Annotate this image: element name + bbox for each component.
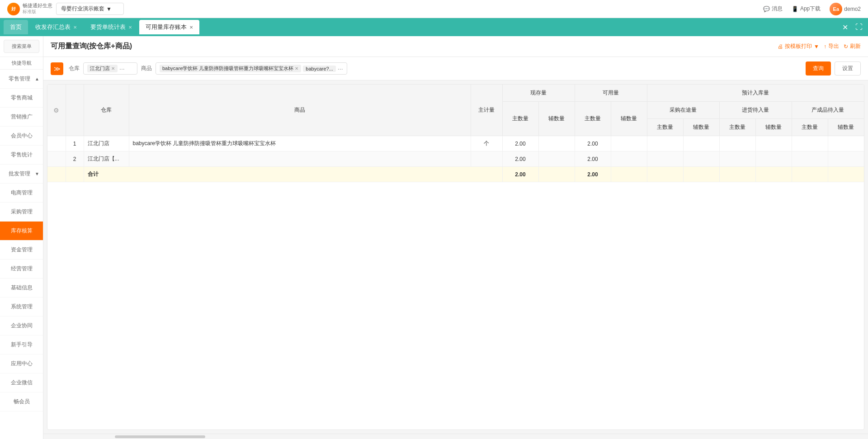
avatar: Ea [830,3,842,15]
th-unit: 主计量 [471,85,502,136]
warehouse-more-btn[interactable]: ··· [119,65,125,72]
sidebar-item-app-center[interactable]: 应用中心 [0,354,43,373]
product-more-btn[interactable]: ··· [338,65,343,72]
footer-pur-aux [683,167,719,182]
td-index-1: 1 [66,136,84,151]
sidebar-item-vip[interactable]: 畅会员 [0,392,43,411]
sidebar-item-purchase-label: 采购管理 [4,208,39,216]
tab-available-stock-close[interactable]: ✕ [189,25,193,30]
td-inb-main-1 [719,136,755,151]
print-arrow: ▼ [814,43,819,50]
message-btn[interactable]: 💬 消息 [763,5,783,13]
tab-order-stats-close[interactable]: ✕ [128,25,132,30]
th-settings: ⚙ [47,85,66,136]
sidebar-item-marketing[interactable]: 营销推广 [0,108,43,127]
td-inb-aux-2 [755,151,792,167]
horizontal-scroll-area [43,434,868,439]
search-btn[interactable]: 查询 [806,61,831,76]
sidebar-item-basic[interactable]: 基础信息 [0,279,43,297]
app-icon: 📱 [792,6,798,12]
sidebar-item-wechat-label: 企业微信 [4,379,39,387]
tab-home[interactable]: 首页 [4,20,28,34]
td-stock-main-1: 2.00 [502,136,538,151]
td-avail-main-1: 2.00 [575,136,611,151]
th-inbound-aux: 辅数量 [755,119,792,136]
horizontal-scrollbar[interactable] [115,435,205,438]
tab-collection-close[interactable]: ✕ [73,25,77,30]
product-filter-input[interactable]: babycare学饮杯 儿童防摔防撞吸管杯重力球吸嘴杯宝宝水杯 ✕ babyca… [156,62,347,75]
warehouse-tag-close[interactable]: ✕ [111,66,115,71]
export-btn[interactable]: ↑ 导出 [824,42,839,50]
th-purchase-aux: 辅数量 [683,119,719,136]
th-forecast-group: 预计入库量 [647,85,864,102]
sidebar-item-purchase[interactable]: 采购管理 [0,203,43,222]
table-settings-icon[interactable]: ⚙ [53,107,59,114]
td-avail-aux-2 [611,151,647,167]
message-icon: 💬 [763,6,770,12]
footer-index [66,167,84,182]
product-tag-1: babycare学饮杯 儿童防摔防撞吸管杯重力球吸嘴杯宝宝水杯 ✕ [160,65,301,72]
quick-nav-btn[interactable]: 快捷导航 [0,57,43,70]
sidebar-item-operations[interactable]: 经营管理 [0,260,43,279]
sidebar-item-operations-label: 经营管理 [4,265,39,273]
industry-select[interactable]: 母婴行业演示账套 ▼ [56,3,124,15]
sidebar-retail-arrow: ▲ [35,76,39,81]
sidebar-item-member[interactable]: 会员中心 [0,127,43,146]
footer-settings [47,167,66,182]
td-avail-aux-1 [611,136,647,151]
print-btn[interactable]: 🖨 按模板打印 ▼ [778,42,819,50]
th-available-main: 主数量 [575,102,611,136]
sidebar-item-marketing-label: 营销推广 [4,113,39,121]
top-bar-left: 好 畅捷通好生意 标准版 母婴行业演示账套 ▼ [7,3,124,15]
sidebar-item-inventory[interactable]: 库存核算 [0,222,43,241]
tab-order-stats[interactable]: 要货单统计表 ✕ [84,20,138,34]
sidebar-item-enterprise[interactable]: 企业协同 [0,316,43,335]
export-icon: ↑ [824,43,826,50]
logo-text-group: 畅捷通好生意 标准版 [23,3,52,15]
sidebar-item-ecommerce[interactable]: 电商管理 [0,184,43,203]
sidebar-item-retail-stats[interactable]: 零售统计 [0,146,43,165]
message-label: 消息 [772,5,783,13]
sidebar-item-guide[interactable]: 新手引导 [0,335,43,354]
product-tag-1-value: babycare学饮杯 儿童防摔防撞吸管杯重力球吸嘴杯宝宝水杯 [162,65,293,72]
td-pur-aux-2 [683,151,719,167]
sidebar-item-retail-shop[interactable]: 零售商城 [0,89,43,108]
expand-btn[interactable]: ⛶ [854,21,864,33]
sidebar-item-wholesale[interactable]: 批发管理 ▼ [0,165,43,184]
user-menu[interactable]: Ea demo2 [830,3,861,15]
th-inbound-sub: 进货待入量 [719,102,792,119]
sidebar-item-app-center-label: 应用中心 [4,360,39,368]
td-stock-aux-2 [538,151,575,167]
tab-collection[interactable]: 收发存汇总表 ✕ [29,20,83,34]
sidebar-search: 搜索菜单 [0,36,43,57]
app-download-btn[interactable]: 📱 App下载 [792,5,821,13]
tab-available-stock[interactable]: 可用量库存账本 ✕ [139,20,199,34]
product-tag-2-value: babycare?... [306,66,333,71]
table-row: 2 江北门店【... 2.00 2.00 [47,151,864,167]
sidebar-item-system[interactable]: 系统管理 [0,297,43,316]
filter-expand-btn[interactable]: ≫ [51,62,63,75]
export-label: 导出 [828,42,839,50]
data-table: ⚙ 仓库 商品 主计量 现存量 可用量 预计入库量 主数量 辅数量 主数量 [47,85,864,182]
sidebar-item-finance[interactable]: 资金管理 [0,241,43,260]
sidebar-item-retail[interactable]: 零售管理 ▲ [0,70,43,89]
settings-btn[interactable]: 设置 [835,61,861,76]
th-index [66,85,84,136]
td-product-2 [129,151,471,167]
footer-avail-aux [611,167,647,182]
product-tag-1-close[interactable]: ✕ [295,66,298,71]
sidebar-item-retail-stats-label: 零售统计 [4,151,39,159]
logo-subtext: 标准版 [23,9,52,15]
refresh-btn[interactable]: ↻ 刷新 [844,42,861,50]
table-footer: 合计 2.00 2.00 [47,167,864,182]
warehouse-filter-input[interactable]: 江北门店 ✕ ··· [83,62,137,75]
close-all-btn[interactable]: ✕ [840,21,850,33]
sidebar-item-system-label: 系统管理 [4,303,39,311]
footer-inb-main [719,167,755,182]
search-menu-btn[interactable]: 搜索菜单 [4,40,39,53]
footer-prod-aux [828,167,864,182]
td-avail-main-2: 2.00 [575,151,611,167]
app-download-label: App下载 [800,5,821,13]
sidebar-item-wechat[interactable]: 企业微信 [0,373,43,392]
username: demo2 [844,6,861,12]
